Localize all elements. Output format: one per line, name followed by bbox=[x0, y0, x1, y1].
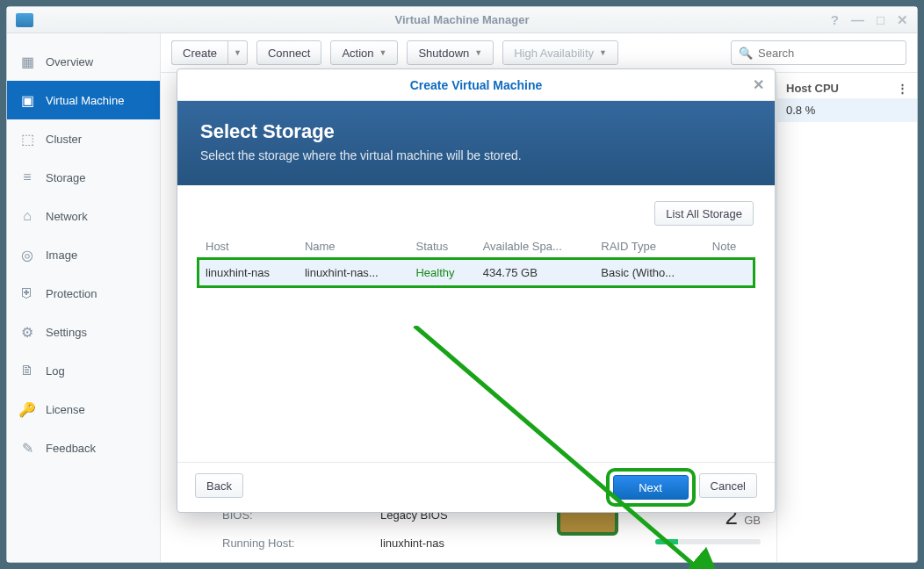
network-icon: ⌂ bbox=[19, 208, 35, 224]
storage-table: Host Name Status Available Spa... RAID T… bbox=[199, 234, 754, 286]
app-window: Virtual Machine Manager ? — □ ✕ ▦ Overvi… bbox=[6, 6, 918, 563]
close-icon[interactable]: ✕ bbox=[753, 76, 764, 93]
running-host-value: linuxhint-nas bbox=[380, 537, 444, 550]
storage-row[interactable]: linuxhint-nas linuxhint-nas... Healthy 4… bbox=[199, 259, 754, 287]
sidebar-item-label: Overview bbox=[46, 55, 93, 68]
banner-subtext: Select the storage where the virtual mac… bbox=[200, 148, 752, 162]
chevron-down-icon: ▼ bbox=[474, 48, 482, 57]
search-icon: 🔍 bbox=[739, 47, 753, 60]
storage-icon: ≡ bbox=[19, 169, 35, 185]
vm-icon: ▣ bbox=[19, 92, 35, 108]
modal-footer: Back Next Cancel bbox=[177, 462, 775, 512]
right-panel: Host CPU ⋮ 0.8 % bbox=[776, 73, 917, 562]
running-host-label: Running Host: bbox=[222, 537, 310, 550]
col-available[interactable]: Available Spa... bbox=[476, 234, 595, 259]
sidebar-item-network[interactable]: ⌂ Network bbox=[7, 197, 160, 235]
sidebar-item-label: Feedback bbox=[46, 442, 96, 455]
log-icon: 🗎 bbox=[19, 363, 35, 378]
action-button[interactable]: Action▼ bbox=[330, 40, 398, 65]
more-icon[interactable]: ⋮ bbox=[897, 82, 908, 95]
cancel-button[interactable]: Cancel bbox=[699, 473, 757, 498]
sidebar-item-settings[interactable]: ⚙ Settings bbox=[7, 313, 160, 351]
connect-button[interactable]: Connect bbox=[256, 40, 321, 65]
create-button[interactable]: Create bbox=[171, 40, 227, 65]
next-highlight: Next bbox=[611, 473, 690, 501]
chevron-down-icon: ▼ bbox=[599, 48, 607, 57]
feedback-icon: ✎ bbox=[19, 440, 35, 456]
create-dropdown[interactable]: ▼ bbox=[227, 40, 248, 65]
sidebar-item-label: Network bbox=[46, 210, 88, 223]
license-icon: 🔑 bbox=[19, 401, 35, 417]
maximize-icon[interactable]: □ bbox=[877, 12, 884, 28]
col-status[interactable]: Status bbox=[408, 234, 475, 259]
banner-heading: Select Storage bbox=[200, 120, 752, 143]
col-raid[interactable]: RAID Type bbox=[594, 234, 705, 259]
shutdown-button[interactable]: Shutdown▼ bbox=[407, 40, 494, 65]
memory-bar bbox=[655, 539, 761, 544]
sidebar-item-protection[interactable]: ⛨ Protection bbox=[7, 274, 160, 313]
app-icon bbox=[16, 13, 33, 27]
overview-icon: ▦ bbox=[19, 54, 35, 69]
col-host[interactable]: Host bbox=[199, 234, 298, 259]
settings-icon: ⚙ bbox=[19, 324, 35, 340]
sidebar-item-label: Image bbox=[46, 248, 77, 262]
sidebar-item-label: Virtual Machine bbox=[46, 94, 124, 107]
chevron-down-icon: ▼ bbox=[379, 48, 387, 57]
modal-title: Create Virtual Machine bbox=[410, 78, 543, 92]
col-name[interactable]: Name bbox=[298, 234, 409, 259]
help-icon[interactable]: ? bbox=[831, 12, 839, 28]
list-all-storage-button[interactable]: List All Storage bbox=[654, 201, 754, 226]
create-button-group: Create ▼ bbox=[171, 40, 248, 65]
modal-titlebar: Create Virtual Machine ✕ bbox=[177, 69, 775, 101]
sidebar-item-storage[interactable]: ≡ Storage bbox=[7, 158, 160, 197]
cluster-icon: ⬚ bbox=[19, 131, 35, 147]
sidebar-item-log[interactable]: 🗎 Log bbox=[7, 351, 160, 390]
image-icon: ◎ bbox=[19, 247, 35, 263]
cell-status: Healthy bbox=[408, 259, 475, 287]
titlebar: Virtual Machine Manager ? — □ ✕ bbox=[7, 7, 917, 33]
sidebar-item-label: Settings bbox=[46, 326, 87, 339]
cell-host: linuxhint-nas bbox=[199, 259, 298, 287]
minimize-icon[interactable]: — bbox=[851, 12, 864, 28]
window-title: Virtual Machine Manager bbox=[7, 13, 917, 26]
chevron-down-icon: ▼ bbox=[234, 48, 242, 57]
sidebar-item-license[interactable]: 🔑 License bbox=[7, 390, 160, 429]
toolbar: Create ▼ Connect Action▼ Shutdown▼ High … bbox=[161, 33, 917, 73]
search-input[interactable] bbox=[758, 47, 906, 60]
host-cpu-label: Host CPU bbox=[786, 82, 839, 95]
ha-button[interactable]: High Availability▼ bbox=[502, 40, 618, 65]
sidebar-item-overview[interactable]: ▦ Overview bbox=[7, 42, 160, 81]
host-cpu-value: 0.8 % bbox=[777, 98, 917, 122]
search-box[interactable]: 🔍 bbox=[731, 40, 906, 65]
create-vm-modal: Create Virtual Machine ✕ Select Storage … bbox=[177, 68, 776, 513]
sidebar-item-feedback[interactable]: ✎ Feedback bbox=[7, 429, 160, 467]
next-button[interactable]: Next bbox=[613, 475, 689, 500]
close-window-icon[interactable]: ✕ bbox=[897, 12, 908, 28]
cell-raid: Basic (Witho... bbox=[594, 259, 705, 287]
modal-banner: Select Storage Select the storage where … bbox=[177, 101, 775, 185]
sidebar-item-image[interactable]: ◎ Image bbox=[7, 235, 160, 274]
sidebar-item-label: Log bbox=[46, 364, 65, 378]
col-note[interactable]: Note bbox=[705, 234, 754, 259]
memory-unit: GB bbox=[744, 514, 761, 527]
sidebar-item-virtual-machine[interactable]: ▣ Virtual Machine bbox=[7, 81, 160, 119]
cell-available: 434.75 GB bbox=[476, 259, 595, 287]
sidebar-item-label: Protection bbox=[46, 287, 97, 300]
sidebar-item-label: Cluster bbox=[46, 133, 82, 146]
cell-name: linuxhint-nas... bbox=[298, 259, 409, 287]
sidebar-item-label: Storage bbox=[46, 171, 86, 184]
back-button[interactable]: Back bbox=[195, 473, 243, 498]
sidebar: ▦ Overview ▣ Virtual Machine ⬚ Cluster ≡… bbox=[7, 33, 161, 562]
sidebar-item-label: License bbox=[46, 403, 85, 416]
sidebar-item-cluster[interactable]: ⬚ Cluster bbox=[7, 119, 160, 158]
modal-body: List All Storage Host Name Status Availa… bbox=[177, 185, 775, 462]
cell-note bbox=[705, 259, 754, 287]
protection-icon: ⛨ bbox=[19, 285, 35, 301]
